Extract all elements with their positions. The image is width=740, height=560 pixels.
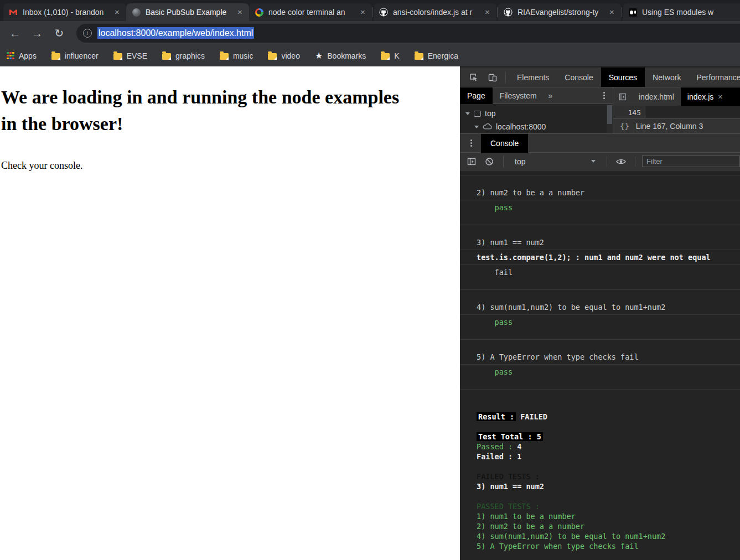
console-message: 2) num2 to be a a number — [460, 175, 740, 200]
bookmark-item-energica[interactable]: Energica — [415, 51, 458, 60]
bookmark-item-graphics[interactable]: graphics — [162, 51, 205, 60]
reload-button[interactable]: ↻ — [50, 24, 69, 43]
devtools-tab-sources[interactable]: Sources — [601, 68, 645, 87]
sidebar-tabs-container: PageFilesystem — [460, 87, 544, 104]
console-line: 4) sum(num1,num2) to be equal to num1+nu… — [477, 302, 740, 312]
bookmarks-bar: AppsinfluencerEVSEgraphicsmusicvideo★Boo… — [0, 45, 740, 66]
devtools-tab-network[interactable]: Network — [645, 68, 689, 87]
browser-tab[interactable]: RIAEvangelist/strong-ty× — [498, 3, 621, 21]
browser-tab[interactable]: ansi-colors/index.js at r× — [374, 3, 496, 21]
drawer-header: Console — [460, 134, 740, 153]
page-info-icon[interactable]: i — [83, 29, 92, 38]
apps-grid-icon — [7, 52, 14, 60]
devtools-tabs-container: ElementsConsoleSourcesNetworkPerformance — [509, 68, 740, 87]
sources-sidebar: PageFilesystem » toplocalhost:8000 — [460, 87, 613, 133]
tab-separator — [497, 7, 498, 17]
back-button[interactable]: ← — [6, 24, 24, 43]
console-text-segment: 1) num1 to be a number — [477, 512, 576, 521]
console-line: 5) A TypeError when type checks fail — [477, 352, 740, 362]
chevron-down-icon — [591, 160, 596, 163]
console-line: Result : FAILED — [477, 412, 740, 422]
url-text[interactable]: localhost:8000/example/web/index.html — [97, 28, 254, 38]
console-text-segment: 4) sum(num1,num2) to be equal to num1+nu… — [477, 303, 665, 312]
console-text-segment: 5) A TypeError when type checks fail — [477, 542, 639, 551]
editor-tab-index-js[interactable]: index.js× — [681, 87, 740, 106]
tab-close-icon[interactable]: × — [607, 8, 617, 17]
devtools-tab-console[interactable]: Console — [557, 68, 601, 87]
devtools-tab-elements[interactable]: Elements — [509, 68, 557, 87]
console-line: 1) num1 to be a number — [477, 511, 740, 521]
console-filter-input[interactable] — [642, 155, 740, 167]
console-line — [477, 227, 740, 237]
eye-icon[interactable] — [614, 155, 628, 168]
console-line — [477, 327, 740, 337]
bookmark-label: EVSE — [127, 51, 147, 60]
console-line — [477, 277, 740, 287]
tab-title: Basic PubSub Example — [146, 8, 230, 17]
console-text-segment: Passed : — [477, 442, 517, 451]
console-message: fail — [460, 265, 740, 289]
browser-tab[interactable]: node color terminal an× — [249, 3, 372, 21]
tree-item-label: localhost:8000 — [496, 122, 546, 131]
drawer-menu-icon[interactable] — [467, 139, 475, 148]
browser-tab[interactable]: Basic PubSub Example× — [126, 3, 249, 21]
devtools-tab-performance[interactable]: Performance — [689, 68, 740, 87]
editor-nav-back-icon[interactable] — [613, 92, 632, 101]
editor-status-bar: {} Line 167, Column 3 — [613, 118, 740, 133]
editor-tab-index-html[interactable]: index.html — [632, 87, 681, 106]
page-tree: toplocalhost:8000 — [460, 104, 613, 133]
tab-close-icon[interactable]: × — [718, 87, 722, 106]
console-line: pass — [477, 317, 740, 327]
browser-tab[interactable]: Using ES modules w — [623, 3, 740, 21]
bookmark-item-evse[interactable]: EVSE — [113, 51, 147, 60]
sidebar-scrollbar[interactable] — [607, 104, 613, 133]
forward-button[interactable]: → — [28, 24, 46, 43]
browser-window: Inbox (1,010) - brandon×Basic PubSub Exa… — [0, 0, 740, 560]
tab-close-icon[interactable]: × — [358, 8, 368, 17]
more-tabs-chevron[interactable]: » — [544, 91, 557, 100]
bookmark-item-apps[interactable]: Apps — [7, 51, 37, 60]
tab-close-icon[interactable]: × — [112, 8, 122, 17]
bookmark-item-influencer[interactable]: influencer — [51, 51, 99, 60]
address-bar[interactable]: i localhost:8000/example/web/index.html — [76, 24, 740, 43]
scrollbar-thumb[interactable] — [607, 105, 612, 124]
devtools-panel: ElementsConsoleSourcesNetworkPerformance… — [460, 66, 740, 560]
frame-icon — [474, 111, 481, 117]
drawer-tab-console[interactable]: Console — [481, 134, 528, 153]
tree-item-top[interactable]: top — [460, 107, 613, 120]
sidebar-menu-icon[interactable] — [599, 91, 608, 100]
inspect-element-icon[interactable] — [464, 70, 483, 85]
console-sidebar-toggle-icon[interactable] — [464, 155, 479, 168]
editor-code-line[interactable]: 145 — [613, 106, 740, 118]
tab-close-icon[interactable]: × — [235, 8, 245, 17]
folder-icon — [268, 53, 277, 60]
clear-console-icon[interactable] — [482, 155, 496, 168]
sidebar-tabs: PageFilesystem » — [460, 87, 613, 104]
console-line — [477, 491, 740, 501]
bookmark-item-music[interactable]: music — [220, 51, 253, 60]
context-selected-value: top — [515, 157, 525, 166]
tab-title: ansi-colors/index.js at r — [393, 8, 478, 17]
sidebar-tab-page[interactable]: Page — [460, 87, 493, 104]
browser-tab[interactable]: Inbox (1,010) - brandon× — [3, 3, 126, 21]
bookmark-item-video[interactable]: video — [268, 51, 299, 60]
context-selector[interactable]: top — [510, 157, 600, 166]
tab-close-icon[interactable]: × — [483, 8, 492, 17]
console-line — [477, 212, 740, 222]
bookmark-label: music — [233, 51, 253, 60]
expander-caret-icon[interactable] — [474, 126, 479, 128]
sidebar-tab-filesystem[interactable]: Filesystem — [493, 87, 544, 104]
console-message: test.is.compare(1,2); : num1 and num2 we… — [460, 250, 740, 265]
editor-tabstrip: index.htmlindex.js× — [613, 87, 740, 106]
folder-icon — [51, 53, 60, 60]
editor-tab-label: index.js — [687, 87, 713, 106]
google-favicon-icon — [255, 8, 263, 17]
page-paragraph: Check your console. — [1, 160, 456, 172]
bookmark-item-bookmarks[interactable]: ★Bookmarks — [315, 51, 366, 60]
tree-item-localhost-8000[interactable]: localhost:8000 — [460, 120, 613, 133]
expander-caret-icon[interactable] — [465, 112, 470, 115]
console-text-segment: PASSED TESTS : — [477, 502, 540, 511]
device-toolbar-icon[interactable] — [483, 70, 502, 85]
bookmark-item-k[interactable]: K — [381, 51, 399, 60]
github-favicon-icon — [379, 8, 388, 17]
